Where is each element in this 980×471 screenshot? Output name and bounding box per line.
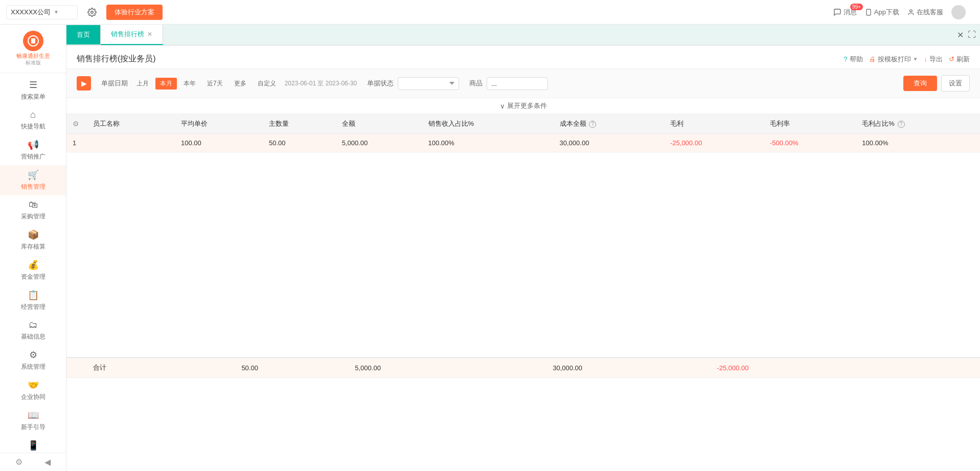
svg-rect-1 <box>867 9 871 15</box>
date-range: 2023-06-01 至 2023-06-30 <box>285 79 357 88</box>
date-tab-custom[interactable]: 自定义 <box>253 78 281 89</box>
sidebar-collapse-button[interactable]: ◀ <box>44 457 51 467</box>
goods-input[interactable] <box>487 77 548 90</box>
date-tab-more[interactable]: 更多 <box>230 78 251 89</box>
date-tab-last-month[interactable]: 上月 <box>132 78 153 89</box>
cooperation-icon: 🤝 <box>28 379 39 391</box>
expand-label: 展开更多条件 <box>507 101 547 110</box>
status-select[interactable] <box>398 77 459 90</box>
date-tab-7days[interactable]: 近7天 <box>202 78 227 89</box>
sidebar-item-label: 快捷导航 <box>21 122 45 131</box>
expand-conditions-button[interactable]: ∨ 展开更多条件 <box>500 101 547 110</box>
sidebar-item-label: 库存核算 <box>21 242 45 251</box>
summary-avg-price <box>187 358 235 378</box>
tab-home[interactable]: 首页 <box>66 25 101 44</box>
sidebar-item-quick-nav[interactable]: ⌂ 快捷导航 <box>0 105 66 135</box>
refresh-button[interactable]: ↺ 刷新 <box>949 55 970 64</box>
app-download-button[interactable]: App下载 <box>865 8 899 17</box>
sidebar-item-marketing[interactable]: 📢 营销推广 <box>0 135 66 165</box>
tab-close-all-icon[interactable]: ✕ <box>957 30 964 40</box>
sidebar-item-label: 新手引导 <box>21 423 45 432</box>
th-gross-rate: 毛利率 <box>764 114 856 134</box>
tab-restore-icon[interactable]: ⛶ <box>968 30 976 39</box>
inventory-icon: 📦 <box>28 229 39 240</box>
cell-avg-price: 100.00 <box>175 134 263 152</box>
th-avg-price: 平均单价 <box>175 114 263 134</box>
summary-label: 合计 <box>87 358 187 378</box>
tab-sales-ranking[interactable]: 销售排行榜 ✕ <box>101 25 163 45</box>
th-employee: 员工名称 <box>87 114 175 134</box>
content-area: 首页 销售排行榜 ✕ ✕ ⛶ 销售排行榜(按业务员) <box>66 25 980 471</box>
sales-icon: 🛒 <box>28 169 39 181</box>
sidebar-item-sales[interactable]: 🛒 销售管理 <box>0 165 66 195</box>
sidebar-item-cooperation[interactable]: 🤝 企业协同 <box>0 375 66 406</box>
sidebar-footer: ⚙ ◀ <box>0 453 66 471</box>
logo-image <box>23 31 43 51</box>
avatar[interactable] <box>951 5 966 19</box>
sidebar-item-operations[interactable]: 📋 经营管理 <box>0 285 66 316</box>
sidebar-settings-button[interactable]: ⚙ <box>15 457 22 467</box>
query-button[interactable]: 查询 <box>903 76 937 91</box>
goods-filter: 商品 <box>469 77 548 90</box>
summary-section: 合计 50.00 5,000.00 30,000.00 -25,000.00 <box>66 357 980 378</box>
th-qty: 主数量 <box>263 114 336 134</box>
app-container: XXXXXX公司 ▼ 体验行业方案 消息 99+ App下载 在线客服 <box>0 0 980 471</box>
date-filter-label: 单据日期 <box>101 79 128 88</box>
settings-icon-btn[interactable] <box>84 4 100 20</box>
table-settings-icon[interactable]: ⚙ <box>73 120 79 128</box>
filter-row-1: ▶ 单据日期 上月 本月 本年 近7天 更多 自定义 2023- <box>77 75 970 92</box>
summary-row: 合计 50.00 5,000.00 30,000.00 -25,000.00 <box>66 358 980 378</box>
online-service-button[interactable]: 在线客服 <box>907 8 943 17</box>
table-header-row: ⚙ 员工名称 平均单价 主数量 全额 销售收入占比% 成本全额 ? <box>66 114 980 134</box>
system-icon: ⚙ <box>29 349 37 361</box>
cell-sales-pct: 100.00% <box>422 134 554 152</box>
chevron-down-expand-icon: ∨ <box>500 102 505 110</box>
export-button[interactable]: ↓ 导出 <box>924 55 943 64</box>
sidebar-item-system[interactable]: ⚙ 系统管理 <box>0 345 66 375</box>
sidebar-item-inventory[interactable]: 📦 库存核算 <box>0 225 66 255</box>
svg-point-3 <box>910 9 913 12</box>
print-dropdown-icon[interactable]: ▼ <box>913 56 918 62</box>
trial-button[interactable]: 体验行业方案 <box>106 5 163 20</box>
print-button[interactable]: 🖨 按模板打印 ▼ <box>869 55 918 64</box>
table-container: ⚙ 员工名称 平均单价 主数量 全额 销售收入占比% 成本全额 ? <box>66 114 980 152</box>
sidebar-item-search-order[interactable]: ☰ 搜索菜单 <box>0 75 66 105</box>
sidebar-item-label: 搜索菜单 <box>21 93 45 101</box>
cost-help-icon[interactable]: ? <box>589 121 596 128</box>
gross-pct-help-icon[interactable]: ? <box>898 121 905 128</box>
sidebar-item-basic-info[interactable]: 🗂 基础信息 <box>0 316 66 345</box>
logo-text: 畅康通好生意 <box>16 52 50 59</box>
main-layout: 畅康通好生意 标准版 ☰ 搜索菜单 ⌂ 快捷导航 📢 营销推广 🛒 <box>0 25 980 471</box>
settings-button[interactable]: 设置 <box>941 75 970 92</box>
sidebar-nav: ☰ 搜索菜单 ⌂ 快捷导航 📢 营销推广 🛒 销售管理 🛍 采购管理 <box>0 73 66 453</box>
filter-area: ▶ 单据日期 上月 本月 本年 近7天 更多 自定义 2023- <box>66 69 980 98</box>
sidebar-item-guide[interactable]: 📖 新手引导 <box>0 406 66 436</box>
sidebar-item-app-center[interactable]: 📱 应用中心 <box>0 436 66 453</box>
cell-qty: 50.00 <box>263 134 336 152</box>
expand-row: ∨ 展开更多条件 <box>66 98 980 114</box>
sidebar-item-label: 企业协同 <box>21 393 45 401</box>
help-button[interactable]: ? 帮助 <box>844 55 862 64</box>
sidebar: 畅康通好生意 标准版 ☰ 搜索菜单 ⌂ 快捷导航 📢 营销推广 🛒 <box>0 25 66 471</box>
guide-icon: 📖 <box>28 410 39 421</box>
filter-collapse-button[interactable]: ▶ <box>77 76 91 91</box>
th-amount: 全额 <box>336 114 422 134</box>
sidebar-item-label: 销售管理 <box>21 183 45 191</box>
sidebar-item-purchase[interactable]: 🛍 采购管理 <box>0 195 66 225</box>
status-filter: 单据状态 <box>367 77 459 90</box>
th-gross: 毛利 <box>664 114 764 134</box>
print-icon: 🖨 <box>869 55 876 63</box>
message-button[interactable]: 消息 99+ <box>833 8 857 17</box>
sidebar-item-finance[interactable]: 💰 资金管理 <box>0 255 66 285</box>
page-content: 销售排行榜(按业务员) ? 帮助 🖨 按模板打印 ▼ ↓ <box>66 46 980 471</box>
filter-right-actions: 查询 设置 <box>903 75 970 92</box>
summary-sales-pct <box>498 358 546 378</box>
company-name: XXXXXX公司 <box>11 8 51 17</box>
sidebar-item-label: 基础信息 <box>21 332 45 341</box>
date-tab-current-month[interactable]: 本月 <box>155 78 177 89</box>
company-selector[interactable]: XXXXXX公司 ▼ <box>6 5 78 19</box>
date-tab-current-year[interactable]: 本年 <box>179 78 200 89</box>
app-download-label: App下载 <box>874 8 899 17</box>
tab-close-icon[interactable]: ✕ <box>147 31 152 38</box>
cell-rank: 1 <box>66 134 87 152</box>
